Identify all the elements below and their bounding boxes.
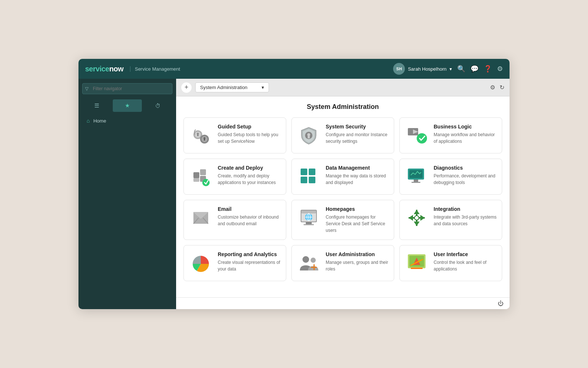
dashboard: System Administration [176, 96, 510, 297]
card-diagnostics[interactable]: Diagnostics Performance, development and… [399, 159, 502, 195]
svg-point-39 [414, 216, 419, 220]
email-desc: Customize behavior of inbound and outbou… [218, 214, 281, 227]
user-badge[interactable]: SH Sarah Hospelhorn ▾ [393, 63, 452, 75]
svg-rect-21 [414, 180, 418, 182]
svg-rect-44 [314, 264, 315, 270]
svg-point-41 [302, 256, 309, 263]
svg-rect-26 [301, 210, 316, 213]
dashboard-title: System Administration [183, 103, 502, 111]
cards-grid: Guided Setup Guided Setup tools to help … [183, 117, 502, 281]
svg-point-42 [311, 258, 316, 263]
data-management-title: Data Management [326, 165, 389, 171]
top-bar-right: SH Sarah Hospelhorn ▾ 🔍 💬 ❓ ⚙ [393, 63, 503, 75]
sidebar: ▽ ☰ ★ ⏱ ⌂ Home [78, 79, 176, 309]
svg-rect-22 [412, 182, 420, 183]
svg-marker-38 [420, 215, 425, 221]
chat-icon[interactable]: 💬 [470, 65, 479, 73]
avatar: SH [393, 63, 405, 75]
logo-service: service [85, 65, 109, 73]
svg-rect-18 [309, 177, 315, 183]
tab-history[interactable]: ⏱ [143, 99, 172, 112]
user-interface-desc: Control the look and feel of application… [434, 259, 497, 272]
sidebar-item-label-home: Home [93, 118, 106, 124]
diagnostics-desc: Performance, development and debugging t… [434, 173, 497, 186]
user-interface-title: User Interface [434, 251, 497, 257]
user-dropdown-icon: ▾ [449, 66, 452, 72]
svg-rect-10 [193, 172, 199, 178]
svg-rect-32 [304, 224, 314, 225]
browser-window: servicenow Service Management SH Sarah H… [78, 59, 510, 309]
header-refresh-icon[interactable]: ↻ [500, 84, 504, 91]
guided-setup-title: Guided Setup [218, 124, 281, 130]
card-reporting[interactable]: Reporting and Analytics Create visual re… [183, 245, 286, 281]
email-title: Email [218, 206, 281, 212]
sidebar-tabs: ☰ ★ ⏱ [78, 97, 176, 114]
tab-title: System Administration [200, 85, 248, 90]
business-logic-desc: Manage workflow and behavior of applicat… [434, 131, 497, 145]
header-settings-icon[interactable]: ⚙ [490, 84, 495, 91]
logo: servicenow [85, 65, 123, 73]
card-homepages[interactable]: Homepages Configure homepages for Servic… [291, 200, 394, 240]
tab-favorites[interactable]: ★ [113, 99, 142, 112]
business-logic-title: Business Logic [434, 124, 497, 130]
search-icon[interactable]: 🔍 [457, 65, 465, 73]
business-logic-icon [405, 124, 428, 147]
reporting-icon [189, 251, 213, 275]
card-business-logic[interactable]: Business Logic Manage workflow and behav… [399, 117, 502, 153]
card-integration[interactable]: Integration Integrate with 3rd-party sys… [399, 200, 502, 240]
content-header: + System Administration ▾ ⚙ ↻ [176, 79, 510, 96]
card-user-interface[interactable]: User Interface Control the look and feel… [399, 245, 502, 281]
tab-list[interactable]: ☰ [82, 99, 111, 112]
svg-marker-37 [409, 215, 413, 221]
guided-setup-desc: Guided Setup tools to help you set up Se… [218, 131, 281, 145]
svg-point-9 [417, 133, 427, 144]
diagnostics-title: Diagnostics [434, 165, 497, 171]
create-deploy-icon [189, 165, 213, 188]
card-user-admin[interactable]: User Administration Manage users, groups… [291, 245, 394, 281]
svg-rect-31 [306, 222, 312, 224]
system-security-icon [297, 124, 321, 147]
sidebar-item-home[interactable]: ⌂ Home [81, 115, 174, 127]
top-bar: servicenow Service Management SH Sarah H… [78, 59, 510, 79]
card-system-security[interactable]: System Security Configure and monitor In… [291, 117, 394, 153]
help-icon[interactable]: ❓ [484, 65, 492, 73]
reporting-desc: Create visual representations of your da… [218, 259, 281, 272]
svg-rect-47 [411, 268, 423, 269]
card-email[interactable]: Email Customize behavior of inbound and … [183, 200, 286, 240]
system-security-title: System Security [326, 124, 389, 130]
create-deploy-title: Create and Deploy [218, 165, 281, 171]
homepages-icon [297, 206, 321, 230]
diagnostics-icon [405, 165, 428, 188]
tab-dropdown[interactable]: System Administration ▾ [195, 82, 269, 92]
home-icon: ⌂ [87, 118, 90, 124]
guided-setup-icon [189, 124, 213, 147]
search-input[interactable] [82, 83, 172, 94]
svg-rect-17 [301, 177, 307, 183]
user-name: Sarah Hospelhorn [408, 66, 447, 72]
integration-title: Integration [434, 206, 497, 212]
card-guided-setup[interactable]: Guided Setup Guided Setup tools to help … [183, 117, 286, 153]
svg-point-14 [202, 179, 210, 186]
filter-icon: ▽ [85, 86, 88, 91]
service-label: Service Management [130, 66, 180, 72]
svg-marker-36 [414, 222, 420, 226]
homepages-desc: Configure homepages for Service Desk and… [326, 214, 389, 234]
system-security-desc: Configure and monitor Instance security … [326, 131, 389, 145]
tab-dropdown-icon: ▾ [262, 85, 264, 90]
add-tab-button[interactable]: + [181, 82, 192, 93]
svg-marker-35 [414, 210, 420, 214]
integration-icon [405, 206, 428, 230]
content-area: + System Administration ▾ ⚙ ↻ System Adm… [176, 79, 510, 309]
main-layout: ▽ ☰ ★ ⏱ ⌂ Home + System Administration [78, 79, 510, 309]
svg-rect-11 [200, 169, 206, 175]
user-admin-title: User Administration [326, 251, 389, 257]
power-icon[interactable]: ⏻ [498, 300, 504, 307]
settings-icon[interactable]: ⚙ [497, 65, 503, 73]
svg-rect-13 [193, 178, 199, 182]
header-right-icons: ⚙ ↻ [490, 84, 504, 91]
reporting-title: Reporting and Analytics [218, 251, 281, 257]
card-create-deploy[interactable]: Create and Deploy Create, modify and dep… [183, 159, 286, 195]
homepages-title: Homepages [326, 206, 389, 212]
create-deploy-desc: Create, modify and deploy applications t… [218, 173, 281, 186]
card-data-management[interactable]: Data Management Manage the way data is s… [291, 159, 394, 195]
